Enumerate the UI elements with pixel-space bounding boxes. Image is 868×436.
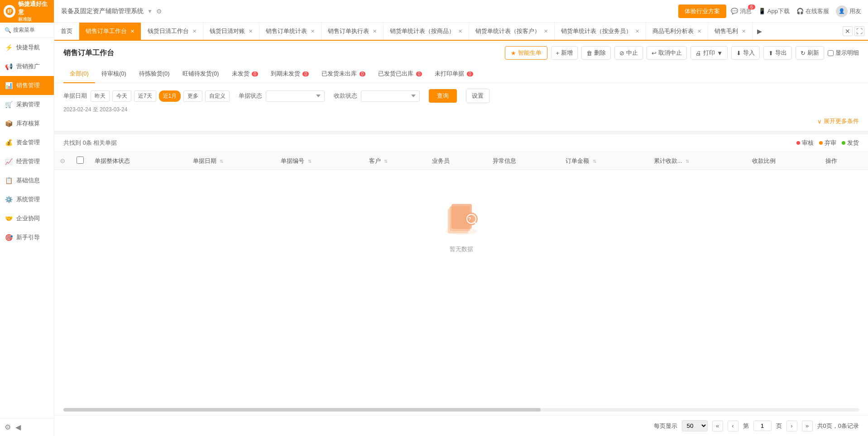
settings-filter-btn[interactable]: 设置: [466, 89, 489, 103]
sidebar-item-guide[interactable]: 🎯 新手引导: [0, 228, 54, 247]
date-btn-1month[interactable]: 近1月: [159, 90, 181, 102]
sidebar-item-operations[interactable]: 📈 经营管理: [0, 152, 54, 171]
sidebar-item-system[interactable]: ⚙️ 系统管理: [0, 190, 54, 209]
subtab-wangpu[interactable]: 旺铺待发货(0): [176, 65, 225, 83]
tab-product-margin-close[interactable]: ✕: [697, 28, 701, 34]
action-review-btn[interactable]: 审核: [796, 139, 814, 147]
tab-sales-workbench[interactable]: 销售订单工作台 ✕: [79, 23, 141, 40]
sidebar-item-cooperation[interactable]: 🤝 企业协同: [0, 209, 54, 228]
settings-gear-icon[interactable]: ⚙: [156, 8, 162, 15]
app-download-action[interactable]: 📱 App下载: [758, 7, 790, 15]
stop-btn[interactable]: ⊘ 中止: [614, 46, 643, 60]
subtab-overdue-unshipped[interactable]: 到期未发货 0: [264, 65, 315, 83]
export-btn[interactable]: ⬆ 导出: [763, 46, 792, 60]
filter-payment-label: 收款状态: [334, 92, 357, 100]
first-page-btn[interactable]: «: [712, 421, 723, 431]
select-all-checkbox[interactable]: [77, 156, 84, 164]
date-btn-more[interactable]: 更多: [183, 90, 202, 102]
delete-btn[interactable]: 🗑 删除: [581, 46, 611, 60]
tab-more-btn[interactable]: ▶: [753, 24, 767, 38]
display-detail-checkbox-area[interactable]: 显示明细: [828, 49, 859, 57]
tab-cash-daily-close[interactable]: ✕: [192, 28, 197, 34]
sidebar-item-basic[interactable]: 📋 基础信息: [0, 171, 54, 190]
add-btn[interactable]: + 新增: [551, 46, 578, 60]
sidebar-item-finance[interactable]: 💰 资金管理: [0, 133, 54, 152]
trial-btn[interactable]: 体验行业方案: [678, 5, 726, 18]
col-customer[interactable]: 客户 ⇅: [364, 152, 427, 170]
print-btn[interactable]: 🖨 打印 ▼: [691, 46, 728, 60]
tab-sales-summary-product-close[interactable]: ✕: [458, 28, 462, 34]
tab-sales-summary-staff-close[interactable]: ✕: [635, 28, 639, 34]
action-cancel-review-btn[interactable]: 弃审: [819, 139, 836, 147]
tab-sales-summary-product-label: 销货单统计表（按商品）: [390, 27, 455, 35]
col-salesperson[interactable]: 业务员: [427, 152, 487, 170]
tab-sales-stats[interactable]: 销售订单统计表 ✕: [259, 23, 321, 40]
col-number[interactable]: 单据编号 ⇅: [275, 152, 364, 170]
subtab-shipped-out[interactable]: 已发货已出库 0: [372, 65, 428, 83]
smart-btn[interactable]: ★ 智能生单: [505, 46, 547, 60]
last-page-btn[interactable]: »: [802, 421, 813, 431]
tab-cash-reconcile-close[interactable]: ✕: [249, 28, 253, 34]
refresh-btn[interactable]: ↻ 刷新: [796, 46, 824, 60]
cancel-stop-btn[interactable]: ↩ 取消中止: [647, 46, 687, 60]
import-btn[interactable]: ⬇ 导入: [731, 46, 760, 60]
sidebar-item-sales[interactable]: 📊 销售管理: [0, 76, 54, 95]
tab-sales-stats-close[interactable]: ✕: [311, 28, 315, 34]
filter-status-select[interactable]: [266, 90, 325, 102]
query-btn[interactable]: 查询: [429, 89, 457, 103]
fake-scrollbar[interactable]: [63, 408, 859, 412]
sidebar-item-quicknav[interactable]: ⚡ 快捷导航: [0, 38, 54, 57]
date-btn-custom[interactable]: 自定义: [205, 90, 230, 102]
next-page-btn[interactable]: ›: [786, 421, 797, 431]
action-ship-btn[interactable]: 发货: [842, 139, 859, 147]
tab-sales-exec-close[interactable]: ✕: [373, 28, 377, 34]
tab-sales-summary-staff[interactable]: 销货单统计表（按业务员） ✕: [555, 23, 646, 40]
subtab-shipped-not-out[interactable]: 已发货未出库 0: [315, 65, 372, 83]
prev-page-btn[interactable]: ‹: [728, 421, 739, 431]
col-collected[interactable]: 累计收款... ⇅: [648, 152, 747, 170]
display-detail-checkbox[interactable]: [828, 50, 834, 56]
online-service-action[interactable]: 🎧 在线客服: [796, 7, 829, 15]
tab-sales-exec[interactable]: 销售订单执行表 ✕: [321, 23, 384, 40]
collapse-icon[interactable]: ◀: [15, 423, 21, 431]
message-action[interactable]: 💬 6 消息: [731, 7, 752, 15]
sidebar-item-marketing[interactable]: 📢 营销推广: [0, 57, 54, 76]
col-amount[interactable]: 订单金额 ⇅: [560, 152, 648, 170]
tab-cash-reconcile[interactable]: 钱货日清对账 ✕: [203, 23, 259, 40]
tab-next-btn[interactable]: ⛶: [854, 26, 864, 36]
expand-btn[interactable]: ∨ 展开更多条件: [817, 117, 859, 125]
date-btn-today[interactable]: 今天: [112, 90, 131, 102]
date-btn-7days[interactable]: 近7天: [134, 90, 156, 102]
subtab-all[interactable]: 全部(0): [63, 65, 95, 83]
subtab-shipped-not-out-badge: 0: [360, 71, 366, 76]
tab-cash-reconcile-label: 钱货日清对账: [210, 27, 245, 35]
sidebar-item-inventory[interactable]: 📦 库存核算: [0, 114, 54, 133]
sidebar-item-purchase[interactable]: 🛒 采购管理: [0, 95, 54, 114]
settings-col-icon[interactable]: ⚙: [60, 157, 66, 165]
subtab-unshipped[interactable]: 未发货 0: [225, 65, 264, 83]
page-input[interactable]: [753, 421, 772, 431]
tab-product-margin[interactable]: 商品毛利分析表 ✕: [646, 23, 708, 40]
col-date[interactable]: 单据日期 ⇅: [187, 152, 276, 170]
tab-sales-summary-staff-label: 销货单统计表（按业务员）: [561, 27, 632, 35]
search-menu-item[interactable]: 🔍 搜索菜单: [0, 23, 54, 38]
tab-sales-profit-close[interactable]: ✕: [742, 28, 746, 34]
date-btn-yesterday[interactable]: 昨天: [91, 90, 110, 102]
user-action[interactable]: 👤 用友: [836, 5, 861, 17]
operations-label: 经营管理: [16, 157, 40, 166]
per-page-select[interactable]: 50 20 100: [682, 420, 708, 431]
tab-sales-profit[interactable]: 销售毛利 ✕: [708, 23, 753, 40]
tab-sales-workbench-close[interactable]: ✕: [130, 28, 134, 34]
tab-prev-btn[interactable]: ✕: [843, 26, 853, 36]
subtab-pending-inspect[interactable]: 待拣验货(0): [133, 65, 176, 83]
tab-sales-summary-product[interactable]: 销货单统计表（按商品） ✕: [384, 23, 469, 40]
subtab-unprinted[interactable]: 未打印单据 0: [428, 65, 479, 83]
purchase-icon: 🛒: [5, 100, 13, 109]
subtab-pending-review[interactable]: 待审核(0): [95, 65, 133, 83]
tab-sales-summary-customer-close[interactable]: ✕: [544, 28, 548, 34]
filter-payment-select[interactable]: [361, 90, 420, 102]
tab-cash-daily[interactable]: 钱货日清工作台 ✕: [141, 23, 203, 40]
tab-sales-summary-customer[interactable]: 销货单统计表（按客户） ✕: [469, 23, 555, 40]
tab-home[interactable]: 首页: [54, 23, 79, 40]
settings-icon[interactable]: ⚙: [5, 423, 11, 431]
